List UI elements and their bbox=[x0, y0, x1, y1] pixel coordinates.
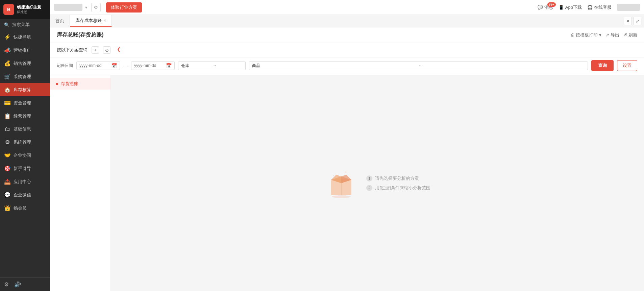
system-icon: ⚙ bbox=[4, 139, 11, 145]
appstore-icon: 📥 bbox=[4, 178, 11, 185]
date-from-field[interactable] bbox=[79, 63, 110, 68]
date-from-input[interactable]: 📅 bbox=[76, 61, 120, 70]
online-support-link[interactable]: 🎧 在线客服 bbox=[587, 4, 612, 10]
close-panel-button[interactable]: ✕ bbox=[624, 17, 632, 25]
empty-illustration: ✦ ✦ bbox=[324, 166, 358, 200]
settings-button[interactable]: 设置 bbox=[617, 60, 637, 71]
nav-label: 应用中心 bbox=[14, 179, 31, 185]
nav-label: 基础信息 bbox=[14, 126, 31, 132]
page-actions: 🖨 按模板打印 ▾ ↗ 导出 ↺ 刷新 bbox=[570, 32, 637, 38]
warehouse-more-icon[interactable]: ··· bbox=[213, 63, 243, 68]
goods-more-icon[interactable]: ··· bbox=[419, 63, 585, 68]
sidebar-nav: ⚡ 快捷导航 📣 营销推广 💰 销售管理 🛒 采购管理 🏠 库存核算 💳 资金管… bbox=[0, 30, 50, 277]
nav-label: 资金管理 bbox=[14, 100, 31, 106]
tabs-bar: 首页 库存成本总账 × ✕ ⤢ bbox=[50, 15, 644, 27]
scheme-item-label: 存货总账 bbox=[61, 81, 78, 87]
nav-label: 新手引导 bbox=[14, 166, 31, 172]
calendar-to-icon[interactable]: 📅 bbox=[166, 63, 172, 68]
app-download-link[interactable]: 📱 App下载 bbox=[559, 4, 582, 10]
sidebar-item-vip[interactable]: 👑 畅会员 bbox=[0, 201, 50, 215]
edition-label: 标准版 bbox=[17, 10, 41, 15]
logo-text: 畅捷通好生意 标准版 bbox=[17, 4, 41, 15]
calendar-from-icon[interactable]: 📅 bbox=[111, 63, 117, 68]
sidebar-item-marketing[interactable]: 📣 营销推广 bbox=[0, 44, 50, 57]
nav-label: 企业微信 bbox=[14, 192, 31, 198]
print-icon: 🖨 bbox=[570, 32, 574, 38]
query-button[interactable]: 查询 bbox=[591, 60, 614, 71]
breadcrumb bbox=[54, 4, 82, 11]
sidebar-item-cooperation[interactable]: 🤝 企业协同 bbox=[0, 149, 50, 162]
quick-nav-icon: ⚡ bbox=[4, 34, 11, 40]
sidebar-search[interactable]: 🔍 搜索菜单 bbox=[0, 19, 50, 30]
print-dropdown-icon[interactable]: ▾ bbox=[599, 32, 601, 38]
export-icon: ↗ bbox=[605, 32, 609, 38]
tab-close-icon[interactable]: × bbox=[104, 18, 106, 23]
tab-label: 库存成本总账 bbox=[75, 18, 102, 24]
sidebar-item-system[interactable]: ⚙ 系统管理 bbox=[0, 136, 50, 149]
logo-icon: B bbox=[3, 4, 14, 15]
settings-footer-icon[interactable]: ⚙ bbox=[4, 281, 9, 288]
export-button[interactable]: ↗ 导出 bbox=[605, 32, 619, 38]
filter-add-button[interactable]: + bbox=[92, 46, 99, 54]
content-area: 库存总账(存货总账) 🖨 按模板打印 ▾ ↗ 导出 ↺ 刷新 按以下方案查询 bbox=[50, 27, 644, 291]
scheme-item-stock-ledger[interactable]: ● 存货总账 bbox=[50, 78, 110, 90]
page-title: 库存总账(存货总账) bbox=[57, 31, 104, 39]
finance-icon: 💳 bbox=[4, 100, 11, 106]
nav-label: 库存核算 bbox=[14, 87, 31, 93]
sidebar-item-finance[interactable]: 💳 资金管理 bbox=[0, 96, 50, 110]
message-icon: 💬 bbox=[538, 5, 543, 10]
scheme-active-icon: ● bbox=[55, 81, 59, 87]
marketing-icon: 📣 bbox=[4, 47, 11, 53]
audio-icon[interactable]: 🔊 bbox=[14, 281, 21, 288]
message-link[interactable]: 💬 消息 99+ bbox=[538, 4, 553, 10]
refresh-button[interactable]: ↺ 刷新 bbox=[623, 32, 637, 38]
operation-icon: 📋 bbox=[4, 113, 11, 119]
tab-inventory-ledger[interactable]: 库存成本总账 × bbox=[70, 15, 112, 27]
breadcrumb-dropdown-icon[interactable]: ▾ bbox=[85, 5, 87, 10]
sidebar-item-sales[interactable]: 💰 销售管理 bbox=[0, 57, 50, 70]
nav-label: 企业协同 bbox=[14, 152, 31, 159]
warehouse-label: 仓库 bbox=[181, 63, 211, 69]
sidebar-item-guide[interactable]: 🎯 新手引导 bbox=[0, 162, 50, 175]
tip-num-1: 1 bbox=[366, 175, 372, 181]
user-name[interactable] bbox=[617, 4, 640, 11]
sidebar-item-quick-nav[interactable]: ⚡ 快捷导航 bbox=[0, 30, 50, 44]
goods-label: 商品 bbox=[252, 63, 418, 69]
empty-state-area: ✦ ✦ 1 请先选择要分析的方案 2 用[过滤]条件来缩小分析范围 bbox=[111, 75, 644, 291]
tip-item-2: 2 用[过滤]条件来缩小分析范围 bbox=[366, 185, 430, 191]
tip-text-2: 用[过滤]条件来缩小分析范围 bbox=[375, 185, 430, 191]
phone-icon: 📱 bbox=[559, 5, 564, 10]
filter-bar: 按以下方案查询 + ⊙ 《 bbox=[50, 43, 644, 57]
tip-num-2: 2 bbox=[366, 185, 372, 191]
topbar-right: 💬 消息 99+ 📱 App下载 🎧 在线客服 bbox=[538, 4, 640, 11]
sidebar-item-wecom[interactable]: 💬 企业微信 bbox=[0, 188, 50, 201]
warehouse-selector[interactable]: 仓库 ··· bbox=[178, 61, 246, 70]
wecom-icon: 💬 bbox=[4, 192, 11, 198]
print-button[interactable]: 🖨 按模板打印 ▾ bbox=[570, 32, 601, 38]
filter-collapse-button[interactable]: 《 bbox=[115, 47, 120, 54]
goods-selector[interactable]: 商品 ··· bbox=[249, 61, 588, 70]
sidebar-item-appstore[interactable]: 📥 应用中心 bbox=[0, 175, 50, 188]
refresh-icon: ↺ bbox=[623, 32, 627, 38]
industry-solution-button[interactable]: 体验行业方案 bbox=[106, 2, 142, 13]
sidebar: B 畅捷通好生意 标准版 🔍 搜索菜单 ⚡ 快捷导航 📣 营销推广 💰 销售管理… bbox=[0, 0, 50, 291]
date-to-input[interactable]: 📅 bbox=[131, 61, 175, 70]
nav-label: 系统管理 bbox=[14, 139, 31, 145]
topbar-settings-btn[interactable]: ⚙ bbox=[91, 3, 101, 12]
filter-manage-button[interactable]: ⊙ bbox=[103, 46, 110, 54]
tip-text-1: 请先选择要分析的方案 bbox=[375, 175, 419, 181]
sidebar-logo: B 畅捷通好生意 标准版 bbox=[0, 0, 50, 19]
basic-icon: 🗂 bbox=[4, 126, 11, 132]
search-label: 搜索菜单 bbox=[12, 22, 30, 28]
empty-tips: 1 请先选择要分析的方案 2 用[过滤]条件来缩小分析范围 bbox=[366, 175, 430, 191]
sidebar-item-basic[interactable]: 🗂 基础信息 bbox=[0, 123, 50, 136]
sidebar-item-purchase[interactable]: 🛒 采购管理 bbox=[0, 70, 50, 83]
sidebar-item-inventory[interactable]: 🏠 库存核算 bbox=[0, 83, 50, 96]
headset-icon: 🎧 bbox=[587, 5, 593, 10]
filter-row: 记账日期 📅 — 📅 仓库 ··· 商品 ··· 查询 设置 bbox=[50, 57, 644, 75]
date-to-field[interactable] bbox=[134, 63, 165, 68]
sidebar-item-operation[interactable]: 📋 经营管理 bbox=[0, 110, 50, 123]
tab-home[interactable]: 首页 bbox=[50, 15, 70, 27]
search-icon: 🔍 bbox=[4, 22, 9, 27]
expand-panel-button[interactable]: ⤢ bbox=[633, 17, 641, 25]
